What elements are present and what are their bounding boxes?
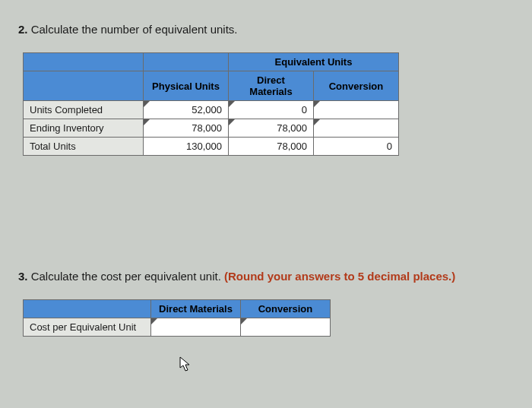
conversion-input[interactable]: [314, 119, 399, 138]
header-direct-materials: Direct Materials: [151, 300, 241, 318]
conversion-input[interactable]: [314, 101, 399, 119]
row-label: Ending Inventory: [24, 119, 144, 138]
question-2-prompt: 2. Calculate the number of equivalent un…: [18, 23, 514, 36]
direct-materials-input[interactable]: [151, 318, 241, 337]
physical-units-input[interactable]: 52,000: [144, 101, 229, 119]
header-equivalent-units: Equivalent Units: [229, 53, 399, 71]
header-blank-left: [24, 300, 151, 318]
table-row: Ending Inventory 78,000 78,000: [24, 119, 399, 138]
conversion-total: 0: [314, 138, 399, 156]
physical-units-input[interactable]: 78,000: [144, 119, 229, 138]
q3-number: 3.: [18, 270, 28, 283]
direct-materials-input[interactable]: 0: [229, 101, 314, 119]
conversion-input[interactable]: [241, 318, 331, 337]
equivalent-units-table: Equivalent Units Physical Units Direct M…: [23, 52, 399, 156]
row-label: Units Completed: [24, 101, 144, 119]
header-blank-top: [24, 53, 144, 71]
q3-text: Calculate the cost per equivalent unit.: [31, 270, 221, 283]
cursor-icon: [179, 356, 193, 373]
direct-materials-total: 78,000: [229, 138, 314, 156]
row-label: Cost per Equivalent Unit: [24, 318, 151, 337]
header-conversion: Conversion: [314, 71, 399, 101]
header-conversion: Conversion: [241, 300, 331, 318]
table-row: Units Completed 52,000 0: [24, 101, 399, 119]
question-3-prompt: 3. Calculate the cost per equivalent uni…: [18, 270, 514, 283]
q3-hint: (Round your answers to 5 decimal places.…: [224, 270, 455, 283]
table-row: Cost per Equivalent Unit: [24, 318, 331, 337]
direct-materials-input[interactable]: 78,000: [229, 119, 314, 138]
row-label: Total Units: [24, 138, 144, 156]
cost-per-unit-table: Direct Materials Conversion Cost per Equ…: [23, 299, 331, 337]
physical-units-total: 130,000: [144, 138, 229, 156]
header-direct-materials: Direct Materials: [229, 71, 314, 101]
q2-text: Calculate the number of equivalent units…: [31, 23, 238, 36]
header-physical-units: Physical Units: [144, 71, 229, 101]
header-blank-physical: [144, 53, 229, 71]
table-row: Total Units 130,000 78,000 0: [24, 138, 399, 156]
header-blank-left: [24, 71, 144, 101]
q2-number: 2.: [18, 23, 28, 36]
